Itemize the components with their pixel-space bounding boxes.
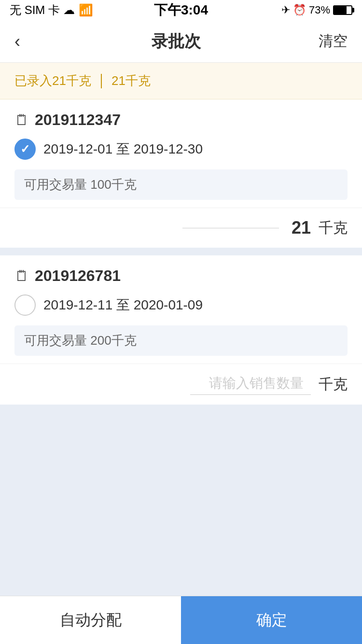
amount-label: 21千克 — [111, 72, 151, 89]
batch-doc-icon-1: 🗒 — [14, 112, 29, 128]
battery-percent: 73% — [309, 4, 330, 16]
batch-1-radio[interactable]: ✓ — [14, 139, 36, 160]
status-left: 无 SIM 卡 ☁ 📶 — [10, 2, 93, 18]
battery-icon — [333, 5, 352, 15]
batch-1-header: 🗒 2019112347 — [0, 99, 362, 134]
batch-2-input-row[interactable]: 千克 — [0, 364, 362, 405]
empty-spacer — [0, 405, 362, 596]
info-divider — [101, 74, 102, 88]
recorded-amount-label: 已录入21千克 — [14, 72, 91, 89]
confirm-button[interactable]: 确定 — [181, 596, 362, 644]
batch-1-quantity-value: 21 — [292, 218, 311, 238]
location-icon: ✈ — [281, 4, 290, 16]
battery-fill — [334, 6, 347, 14]
batch-2-available-text: 可用交易量 200千克 — [24, 333, 137, 348]
wifi-icon: 📶 — [79, 3, 93, 17]
batch-1-date: 2019-12-01 至 2019-12-30 — [43, 140, 203, 158]
status-right: ✈ ⏰ 73% — [281, 4, 352, 16]
batch-2-radio[interactable] — [14, 294, 36, 316]
quantity-underline — [182, 228, 279, 228]
main-content: 已录入21千克 21千克 🗒 2019112347 ✓ 2019-12-01 至… — [0, 63, 362, 596]
batch-1-available-text: 可用交易量 100千克 — [24, 177, 137, 192]
status-bar: 无 SIM 卡 ☁ 📶 下午3:04 ✈ ⏰ 73% — [0, 0, 362, 20]
batch-card-1: 🗒 2019112347 ✓ 2019-12-01 至 2019-12-30 可… — [0, 99, 362, 248]
bottom-actions: 自动分配 确定 — [0, 596, 362, 644]
auto-distribute-button[interactable]: 自动分配 — [0, 596, 181, 644]
batch-1-quantity-row: 21 千克 — [0, 208, 362, 248]
clear-button[interactable]: 清空 — [309, 31, 348, 51]
batch-1-date-row[interactable]: ✓ 2019-12-01 至 2019-12-30 — [0, 134, 362, 165]
batch-2-date: 2019-12-11 至 2020-01-09 — [43, 296, 203, 314]
batch-2-header: 🗒 2019126781 — [0, 255, 362, 290]
batch-2-date-row[interactable]: 2019-12-11 至 2020-01-09 — [0, 290, 362, 321]
no-sim-text: 无 SIM 卡 ☁ — [10, 2, 75, 18]
batch-1-available: 可用交易量 100千克 — [14, 169, 348, 200]
batch-2-unit: 千克 — [319, 375, 348, 394]
batch-2-id: 2019126781 — [35, 267, 121, 285]
nav-bar: ‹ 录批次 清空 — [0, 20, 362, 63]
batch-1-quantity-unit: 千克 — [319, 218, 348, 238]
status-time: 下午3:04 — [154, 1, 208, 19]
batch-2-available: 可用交易量 200千克 — [14, 325, 348, 356]
section-separator — [0, 248, 362, 255]
batch-doc-icon-2: 🗒 — [14, 268, 29, 284]
alarm-icon: ⏰ — [293, 4, 306, 16]
page-title: 录批次 — [152, 30, 201, 53]
check-mark-1: ✓ — [20, 142, 30, 156]
info-banner: 已录入21千克 21千克 — [0, 63, 362, 99]
sales-quantity-input[interactable] — [190, 374, 311, 395]
batch-card-2: 🗒 2019126781 2019-12-11 至 2020-01-09 可用交… — [0, 255, 362, 405]
back-button[interactable]: ‹ — [14, 31, 43, 52]
batch-1-id: 2019112347 — [35, 111, 121, 129]
